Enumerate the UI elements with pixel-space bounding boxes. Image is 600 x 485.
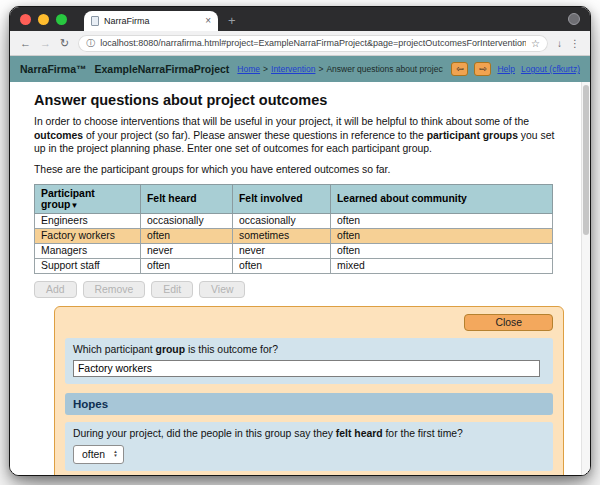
cell-felt-involved: occasionally: [233, 213, 331, 228]
forward-icon[interactable]: →: [40, 37, 51, 49]
profile-avatar[interactable]: [568, 13, 580, 25]
close-window-button[interactable]: [20, 14, 31, 25]
cell-felt-heard: never: [141, 243, 233, 258]
cell-group: Managers: [35, 243, 141, 258]
table-row[interactable]: Engineers occasionally occasionally ofte…: [35, 213, 553, 228]
outcome-editor-panel: Close Which participant group is this ou…: [54, 306, 564, 476]
address-bar-actions: ↓ ⋮: [557, 38, 580, 49]
breadcrumb-intervention-link[interactable]: Intervention: [271, 64, 315, 74]
cell-group: Support staff: [35, 258, 141, 273]
cell-felt-involved: sometimes: [233, 228, 331, 243]
tab-strip: NarraFirma × +: [10, 7, 590, 31]
next-page-button[interactable]: ⇨: [474, 62, 491, 76]
tab-close-icon[interactable]: ×: [205, 16, 211, 26]
app-header: NarraFirma™ ExampleNarraFirmaProject Hom…: [10, 56, 590, 82]
table-row[interactable]: Support staff often often mixed: [35, 258, 553, 273]
back-icon[interactable]: ←: [20, 37, 31, 49]
new-tab-button[interactable]: +: [228, 13, 236, 28]
felt-heard-value: often: [82, 448, 105, 461]
logout-link[interactable]: Logout (cfkurtz): [521, 64, 580, 74]
breadcrumb-current: Answer questions about project outcomes: [326, 64, 443, 74]
reload-icon[interactable]: ↻: [60, 37, 69, 50]
cell-learned: often: [331, 228, 553, 243]
edit-button[interactable]: Edit: [151, 281, 193, 298]
tab-favicon-icon: [91, 16, 99, 26]
participant-group-input[interactable]: [73, 360, 540, 377]
cell-learned: often: [331, 213, 553, 228]
breadcrumb-home-link[interactable]: Home: [237, 64, 260, 74]
select-stepper-icon: ▲▼: [113, 450, 117, 459]
url-text: localhost:8080/narrafirma.html#project=E…: [100, 38, 526, 48]
subtitle-paragraph: These are the participant groups for whi…: [34, 163, 564, 177]
scrollbar-thumb[interactable]: [583, 85, 589, 235]
table-row[interactable]: Managers never never often: [35, 243, 553, 258]
table-header-row: Participant group▼ Felt heard Felt invol…: [35, 184, 553, 213]
participant-groups-table: Participant group▼ Felt heard Felt invol…: [34, 184, 553, 274]
cell-felt-heard: occasionally: [141, 213, 233, 228]
hopes-section-header: Hopes: [65, 393, 553, 415]
column-header-learned[interactable]: Learned about community: [331, 184, 553, 213]
table-row-selected[interactable]: Factory workers often sometimes often: [35, 228, 553, 243]
zoom-window-button[interactable]: [56, 14, 67, 25]
downloads-icon[interactable]: ↓: [557, 38, 562, 49]
breadcrumb-separator: >: [263, 64, 268, 74]
cell-group: Factory workers: [35, 228, 141, 243]
minimize-window-button[interactable]: [38, 14, 49, 25]
column-header-felt-involved[interactable]: Felt involved: [233, 184, 331, 213]
view-button[interactable]: View: [199, 281, 245, 298]
vertical-scrollbar[interactable]: [581, 82, 590, 475]
page-title: Answer questions about project outcomes: [34, 92, 564, 108]
site-info-icon[interactable]: ⓘ: [86, 37, 95, 50]
sort-descending-icon: ▼: [70, 201, 78, 210]
cell-felt-involved: often: [233, 258, 331, 273]
breadcrumb: Home>Intervention>Answer questions about…: [237, 64, 443, 74]
cell-learned: mixed: [331, 258, 553, 273]
column-header-participant-group[interactable]: Participant group▼: [35, 184, 141, 213]
felt-heard-question: During your project, did the people in t…: [65, 422, 553, 471]
cell-learned: often: [331, 243, 553, 258]
column-header-felt-heard[interactable]: Felt heard: [141, 184, 233, 213]
remove-button[interactable]: Remove: [83, 281, 146, 298]
overflow-menu-icon[interactable]: ⋮: [570, 38, 580, 49]
url-field[interactable]: ⓘ localhost:8080/narrafirma.html#project…: [78, 35, 548, 52]
help-link[interactable]: Help: [497, 64, 514, 74]
bookmark-star-icon[interactable]: ☆: [531, 38, 540, 49]
felt-heard-select[interactable]: often ▲▼: [73, 445, 124, 464]
cell-felt-heard: often: [141, 258, 233, 273]
browser-window: NarraFirma × + ← → ↻ ⓘ localhost:8080/na…: [9, 6, 591, 476]
close-panel-button[interactable]: Close: [464, 314, 553, 331]
intro-paragraph: In order to choose interventions that wi…: [34, 115, 564, 156]
page-content: Answer questions about project outcomes …: [10, 82, 590, 476]
header-controls: ⇦ ⇨ Help Logout (cfkurtz): [451, 62, 580, 76]
window-controls: [20, 14, 67, 25]
address-bar: ← → ↻ ⓘ localhost:8080/narrafirma.html#p…: [10, 31, 590, 56]
cell-felt-heard: often: [141, 228, 233, 243]
tab-title: NarraFirma: [104, 16, 200, 26]
app-brand: NarraFirma™: [20, 63, 87, 75]
project-name: ExampleNarraFirmaProject: [95, 63, 230, 75]
cell-felt-involved: never: [233, 243, 331, 258]
participant-group-question: Which participant group is this outcome …: [65, 338, 553, 384]
breadcrumb-separator: >: [318, 64, 323, 74]
add-button[interactable]: Add: [34, 281, 77, 298]
table-actions: Add Remove Edit View: [34, 281, 564, 298]
browser-tab[interactable]: NarraFirma ×: [84, 11, 218, 31]
cell-group: Engineers: [35, 213, 141, 228]
previous-page-button[interactable]: ⇦: [451, 62, 468, 76]
